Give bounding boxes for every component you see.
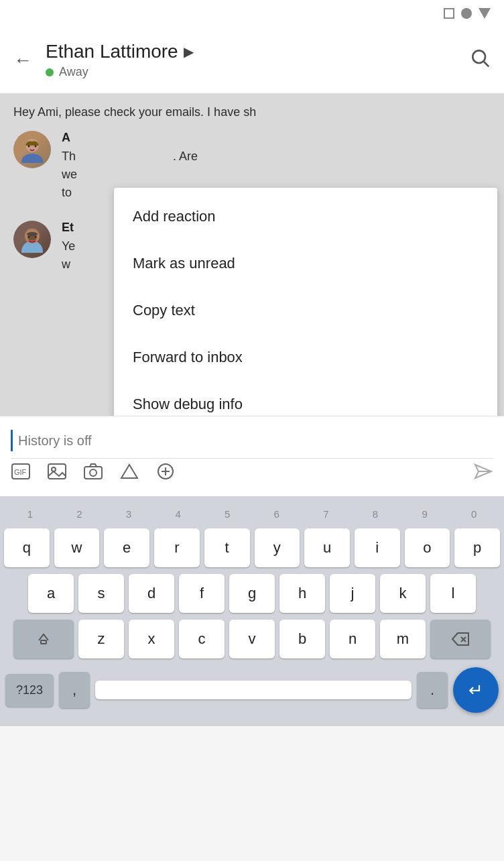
key-j[interactable]: j (330, 574, 375, 613)
drive-icon (119, 463, 139, 480)
keyboard-row-2: a s d f g h j k l (0, 571, 504, 616)
context-menu: Add reaction Mark as unread Copy text Fo… (114, 188, 497, 416)
svg-point-0 (472, 50, 485, 63)
key-y[interactable]: y (255, 528, 300, 567)
image-icon (47, 463, 67, 480)
search-icon (469, 47, 491, 68)
keyboard-row-1: q w e r t y u i o p (0, 525, 504, 571)
keyboard-bottom-row: ?123 , . ↵ (0, 662, 504, 726)
key-u[interactable]: u (304, 528, 350, 567)
key-i[interactable]: i (355, 528, 400, 567)
chevron-right-icon: ▶ (184, 44, 194, 60)
key-x[interactable]: x (129, 620, 174, 658)
gif-icon: GIF (11, 463, 31, 480)
plus-icon (155, 463, 176, 480)
svg-line-1 (484, 62, 489, 66)
backspace-button[interactable] (430, 620, 491, 658)
key-e[interactable]: e (104, 528, 149, 567)
num-key-2[interactable]: 2 (55, 506, 105, 522)
status-bar (0, 0, 504, 27)
header: ← Ethan Lattimore ▶ Away (0, 27, 504, 94)
key-b[interactable]: b (279, 620, 325, 658)
search-button[interactable] (469, 47, 491, 73)
key-q[interactable]: q (4, 528, 50, 567)
chat-area: Hey Ami, please check your emails. I hav… (0, 94, 504, 416)
header-title-area: Ethan Lattimore ▶ Away (46, 41, 469, 79)
key-r[interactable]: r (154, 528, 200, 567)
comma-key[interactable]: , (59, 672, 90, 708)
input-area: History is off GIF (0, 416, 504, 496)
key-w[interactable]: w (54, 528, 100, 567)
num-key-9[interactable]: 9 (400, 506, 450, 522)
svg-text:GIF: GIF (14, 468, 27, 476)
num-key-5[interactable]: 5 (202, 506, 252, 522)
num-key-4[interactable]: 4 (153, 506, 203, 522)
status-signal-icon (479, 8, 491, 19)
key-h[interactable]: h (279, 574, 325, 613)
num-key-1[interactable]: 1 (5, 506, 55, 522)
enter-icon: ↵ (468, 680, 483, 701)
key-l[interactable]: l (430, 574, 476, 613)
drive-button[interactable] (119, 463, 139, 484)
key-d[interactable]: d (129, 574, 174, 613)
key-s[interactable]: s (78, 574, 124, 613)
camera-button[interactable] (83, 463, 103, 484)
num-switch-button[interactable]: ?123 (5, 674, 54, 707)
context-menu-copy-text[interactable]: Copy text (114, 287, 497, 334)
key-k[interactable]: k (380, 574, 426, 613)
gif-button[interactable]: GIF (11, 463, 31, 484)
key-g[interactable]: g (229, 574, 275, 613)
status-circle-icon (461, 8, 472, 19)
send-button[interactable] (473, 463, 493, 484)
key-o[interactable]: o (405, 528, 450, 567)
contact-name: Ethan Lattimore (46, 41, 178, 62)
svg-point-19 (90, 469, 97, 476)
keyboard-row-3: z x c v b n m (0, 616, 504, 662)
num-key-7[interactable]: 7 (302, 506, 351, 522)
num-key-8[interactable]: 8 (351, 506, 400, 522)
history-off-label: History is off (18, 433, 92, 449)
num-key-3[interactable]: 3 (104, 506, 153, 522)
shift-button[interactable] (13, 620, 74, 658)
camera-icon (83, 463, 103, 480)
context-menu-mark-unread[interactable]: Mark as unread (114, 240, 497, 287)
context-menu-debug-info[interactable]: Show debug info (114, 381, 497, 416)
num-key-6[interactable]: 6 (252, 506, 302, 522)
plus-button[interactable] (155, 463, 176, 484)
period-key[interactable]: . (417, 672, 448, 708)
key-z[interactable]: z (78, 620, 124, 658)
key-m[interactable]: m (380, 620, 426, 658)
input-history-label: History is off (11, 424, 493, 458)
space-key[interactable] (95, 681, 412, 699)
key-f[interactable]: f (179, 574, 225, 613)
back-button[interactable]: ← (13, 50, 32, 71)
key-t[interactable]: t (204, 528, 250, 567)
header-status: Away (46, 65, 469, 79)
keyboard: 1 2 3 4 5 6 7 8 9 0 q w e r t y u i o p … (0, 496, 504, 726)
key-c[interactable]: c (179, 620, 225, 658)
backspace-icon (451, 632, 470, 646)
key-p[interactable]: p (454, 528, 500, 567)
keyboard-number-row: 1 2 3 4 5 6 7 8 9 0 (0, 503, 504, 525)
input-icons-row: GIF (11, 458, 493, 488)
image-button[interactable] (47, 463, 67, 484)
svg-rect-16 (48, 464, 66, 479)
key-n[interactable]: n (330, 620, 375, 658)
num-key-0[interactable]: 0 (449, 506, 499, 522)
online-status-dot (46, 68, 54, 76)
svg-rect-27 (41, 640, 46, 644)
key-a[interactable]: a (28, 574, 74, 613)
text-cursor (11, 430, 13, 451)
svg-marker-20 (121, 465, 137, 478)
key-v[interactable]: v (229, 620, 275, 658)
enter-button[interactable]: ↵ (453, 667, 499, 713)
context-menu-add-reaction[interactable]: Add reaction (114, 193, 497, 240)
header-name-row: Ethan Lattimore ▶ (46, 41, 469, 62)
context-menu-forward-inbox[interactable]: Forward to inbox (114, 334, 497, 381)
shift-icon (36, 631, 52, 647)
svg-rect-18 (84, 467, 102, 479)
status-square-icon (444, 8, 454, 19)
send-icon (473, 463, 493, 480)
status-label: Away (59, 65, 88, 79)
